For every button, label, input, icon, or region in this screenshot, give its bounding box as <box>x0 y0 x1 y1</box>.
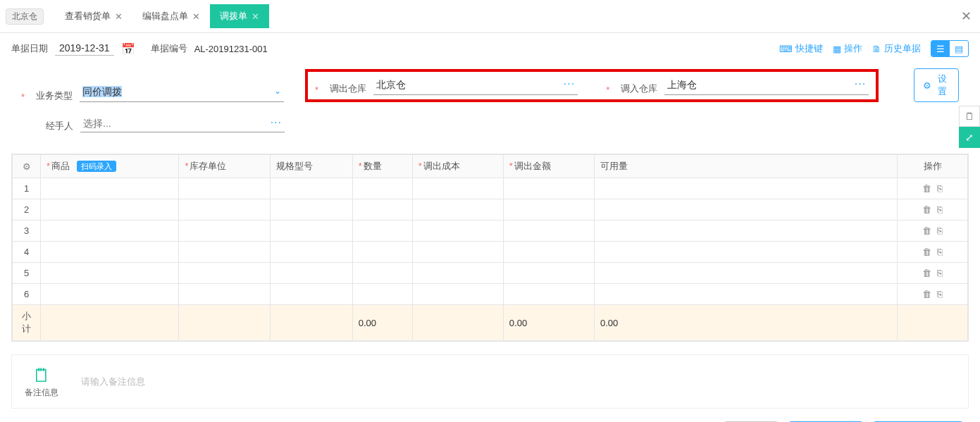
col-avail: 可用量 <box>595 155 898 178</box>
in-warehouse-label: 调入仓库 <box>618 82 657 95</box>
more-icon[interactable]: ··· <box>855 77 866 90</box>
scan-badge[interactable]: 扫码录入 <box>77 161 116 172</box>
copy-icon[interactable]: ⎘ <box>937 247 943 257</box>
table-row[interactable]: 4🗑⎘ <box>13 242 968 263</box>
close-icon[interactable]: ✕ <box>115 11 123 22</box>
calendar-icon[interactable]: 📅 <box>121 42 135 56</box>
more-icon[interactable]: ··· <box>271 116 282 129</box>
delete-icon[interactable]: 🗑 <box>922 183 931 194</box>
copy-icon[interactable]: ⎘ <box>937 268 943 278</box>
shortcut-link[interactable]: ⌨ 快捷键 <box>779 42 823 55</box>
view-grid-icon[interactable]: ▤ <box>950 41 968 56</box>
tab-edit-inventory[interactable]: 编辑盘点单✕ <box>132 4 210 28</box>
biz-type-field: * 业务类型 同价调拨 ⌄ <box>21 83 284 102</box>
col-qty: *数量 <box>352 155 412 178</box>
form-area: * 业务类型 同价调拨 ⌄ * 调出仓库 北京仓 ··· * 调入仓库 上海仓 <box>0 64 980 154</box>
table-row[interactable]: 6🗑⎘ <box>13 284 968 305</box>
in-warehouse-field: * 调入仓库 上海仓 ··· <box>606 76 869 95</box>
handler-field: 经手人 ··· <box>21 115 285 132</box>
col-product: *商品 扫码录入 <box>41 155 179 178</box>
tab-transfer[interactable]: 调拨单✕ <box>210 4 269 28</box>
col-ops: 操作 <box>898 155 968 178</box>
date-label: 单据日期 <box>11 42 48 55</box>
close-icon[interactable]: ✕ <box>252 11 259 22</box>
handler-label: 经手人 <box>21 120 73 132</box>
handler-select[interactable] <box>80 115 285 132</box>
in-warehouse-select[interactable]: 上海仓 <box>664 76 869 95</box>
history-link[interactable]: 🗎 历史单据 <box>872 42 921 55</box>
delete-icon[interactable]: 🗑 <box>922 204 931 215</box>
table-row[interactable]: 5🗑⎘ <box>13 263 968 284</box>
subtotal-row: 小计 0.00 0.00 0.00 <box>13 305 968 341</box>
table-row[interactable]: 2🗑⎘ <box>13 199 968 221</box>
delete-icon[interactable]: 🗑 <box>922 289 931 299</box>
close-icon[interactable]: ✕ <box>192 11 200 22</box>
warehouse-highlight-box: * 调出仓库 北京仓 ··· * 调入仓库 上海仓 ··· <box>305 69 879 102</box>
biz-type-label: 业务类型 <box>33 89 73 102</box>
view-list-icon[interactable]: ☰ <box>931 41 950 56</box>
table-row[interactable]: 3🗑⎘ <box>13 221 968 242</box>
close-panel-icon[interactable]: ✕ <box>961 8 972 24</box>
footer-bar: 放弃 保存草稿 保存&新增 ˄ <box>0 409 980 422</box>
table-row[interactable]: 1🗑⎘ <box>13 178 968 199</box>
copy-icon[interactable]: ⎘ <box>937 204 943 215</box>
settings-button[interactable]: ⚙ 设置 <box>914 68 959 102</box>
tab-view-sales[interactable]: 查看销货单✕ <box>55 4 132 28</box>
delete-icon[interactable]: 🗑 <box>922 247 931 257</box>
more-icon[interactable]: ··· <box>564 77 575 90</box>
document-meta-row: 单据日期 2019-12-31 📅 单据编号 AL-20191231-001 ⌨… <box>0 33 980 64</box>
doc-number-value: AL-20191231-001 <box>194 44 268 54</box>
out-warehouse-select[interactable]: 北京仓 <box>373 76 578 95</box>
copy-icon[interactable]: ⎘ <box>937 183 943 194</box>
date-value[interactable]: 2019-12-31 <box>55 42 114 56</box>
out-warehouse-field: * 调出仓库 北京仓 ··· <box>315 76 578 95</box>
delete-icon[interactable]: 🗑 <box>922 268 931 278</box>
copy-icon[interactable]: ⎘ <box>937 225 943 236</box>
expand-side-icon[interactable]: ⤢ <box>959 127 980 148</box>
side-toolbar: 🗒 ⤢ <box>959 106 980 148</box>
remark-section: 🗒 备注信息 <box>11 354 969 409</box>
remark-input[interactable] <box>71 355 968 408</box>
note-side-icon[interactable]: 🗒 <box>959 106 980 127</box>
app-tabs-bar: 北京仓 查看销货单✕ 编辑盘点单✕ 调拨单✕ ✕ <box>0 0 980 33</box>
operate-link[interactable]: ▦ 操作 <box>833 42 862 55</box>
delete-icon[interactable]: 🗑 <box>922 225 931 236</box>
view-toggle: ☰ ▤ <box>931 40 969 57</box>
col-spec: 规格型号 <box>270 155 352 178</box>
note-icon: 🗒 <box>12 365 71 387</box>
warehouse-pill[interactable]: 北京仓 <box>6 8 44 25</box>
copy-icon[interactable]: ⎘ <box>937 289 943 299</box>
doc-number-label: 单据编号 <box>151 42 187 55</box>
items-grid: ⚙ *商品 扫码录入 *库存单位 规格型号 *数量 *调出成本 *调出金额 可用… <box>11 154 969 342</box>
col-out-amount: *调出金额 <box>503 155 594 178</box>
col-out-cost: *调出成本 <box>412 155 503 178</box>
chevron-down-icon[interactable]: ⌄ <box>274 86 281 96</box>
col-unit: *库存单位 <box>179 155 270 178</box>
out-warehouse-label: 调出仓库 <box>327 82 366 95</box>
remark-title: 备注信息 <box>25 387 58 397</box>
gear-icon[interactable]: ⚙ <box>13 155 41 178</box>
biz-type-select[interactable]: 同价调拨 <box>80 83 284 102</box>
